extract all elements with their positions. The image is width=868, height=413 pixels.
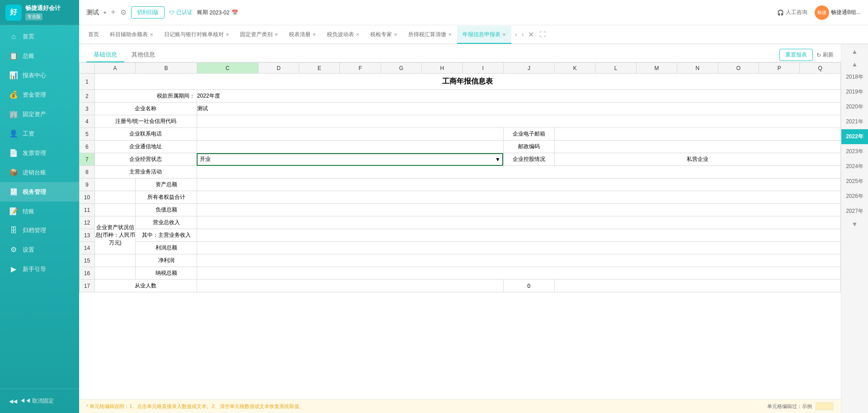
cell-2-value[interactable]: 2022年度 xyxy=(197,90,840,103)
sidebar-item-fund[interactable]: 💰 资金管理 xyxy=(0,85,79,104)
cell-5-phone-value[interactable] xyxy=(197,128,503,141)
tab-basic-info[interactable]: 基础信息 xyxy=(86,48,124,62)
cell-8-value[interactable] xyxy=(197,166,840,178)
tab-journal[interactable]: 日记账与银行对账单核对✕ xyxy=(159,26,235,44)
cell-9-value[interactable] xyxy=(197,178,840,191)
year-item-2018年[interactable]: 2018年 xyxy=(841,70,868,84)
calendar-icon[interactable]: 📅 xyxy=(231,9,238,16)
unpin-button[interactable]: ◀◀ ◀◀ 取消固定 xyxy=(0,394,79,408)
year-item-2020年[interactable]: 2020年 xyxy=(841,99,868,114)
tab-other-info[interactable]: 其他信息 xyxy=(124,48,162,62)
topbar-dropdown-arrow[interactable]: ▾ xyxy=(104,9,106,16)
cell-12-value[interactable] xyxy=(197,216,840,229)
cell-5-email-value[interactable] xyxy=(554,128,840,141)
cell-3-value[interactable]: 测试 xyxy=(197,103,840,115)
tab-fixed_asset_type[interactable]: 固定资产类别✕ xyxy=(235,26,283,44)
spreadsheet[interactable]: A B C D E F G H I J K L M xyxy=(79,62,841,399)
tab-close-icon[interactable]: ✕ xyxy=(356,32,359,37)
sidebar-item-fixed_asset[interactable]: 🏢 固定资产 xyxy=(0,104,79,124)
year-item-2021年[interactable]: 2021年 xyxy=(841,114,868,129)
cell-4-value[interactable] xyxy=(197,115,840,128)
row-header-2: 2 xyxy=(80,90,95,103)
row-header-12: 12 xyxy=(80,216,95,229)
customer-service-button[interactable]: 🎧 人工咨询 xyxy=(777,9,807,16)
sidebar-item-newbie[interactable]: ▶ 新手引导 xyxy=(0,259,79,279)
year-nav: ▲ xyxy=(841,44,868,59)
cell-15-value[interactable] xyxy=(197,254,840,267)
cell-3-label: 企业名称 xyxy=(94,103,197,115)
tab-close-icon[interactable]: ✕ xyxy=(312,32,316,37)
period-display: 账期 2023-02 📅 xyxy=(197,9,238,16)
year-item-2026年[interactable]: 2026年 xyxy=(841,189,868,204)
tab-tax_return[interactable]: 税表清册✕ xyxy=(283,26,321,44)
tab-close-icon[interactable]: ✕ xyxy=(448,32,452,37)
year-item-2022年[interactable]: 2022年 xyxy=(841,129,868,144)
tab-income_tax[interactable]: 所得税汇算清缴✕ xyxy=(403,26,457,44)
tab-prev-icon[interactable]: ‹ xyxy=(513,30,519,39)
tab-tax_wave[interactable]: 税负波动表✕ xyxy=(321,26,365,44)
year-item-2023年[interactable]: 2023年 xyxy=(841,144,868,159)
tab-close-icon[interactable]: ✕ xyxy=(502,32,506,37)
report-icon: 📊 xyxy=(9,71,18,80)
sidebar-item-archive[interactable]: 🗄 归档管理 xyxy=(0,221,79,240)
cell-1-title[interactable]: 工商年报信息表 xyxy=(94,74,840,90)
tab-next-icon[interactable]: › xyxy=(520,30,526,39)
year-down-btn[interactable]: ▼ xyxy=(848,219,862,230)
year-scroll-up[interactable]: ▲ xyxy=(848,46,862,57)
user-profile-button[interactable]: 畅捷 畅捷通B组... xyxy=(815,5,861,20)
cell-7-status-value[interactable]: 开业 ▼ xyxy=(197,153,503,166)
sidebar-item-checkout[interactable]: 📝 结账 xyxy=(0,202,79,221)
tab-close-icon[interactable]: ✕ xyxy=(150,32,153,37)
cell-11-value[interactable] xyxy=(197,204,840,216)
sidebar-item-settings[interactable]: ⚙ 设置 xyxy=(0,240,79,259)
close-all-tabs-button[interactable]: ✕ xyxy=(525,29,537,40)
reset-report-button[interactable]: 重置报表 xyxy=(779,49,813,61)
sidebar-item-payroll[interactable]: 👤 工资 xyxy=(0,124,79,143)
year-up-btn[interactable]: ▲ xyxy=(848,59,862,70)
year-item-2024年[interactable]: 2024年 xyxy=(841,159,868,174)
refresh-button[interactable]: ↻ 刷新 xyxy=(816,51,834,59)
cell-6-postal-value[interactable] xyxy=(554,141,840,153)
tab-annual_report[interactable]: 年报信息申报表✕ xyxy=(457,26,511,44)
cell-17-label: 从业人数 xyxy=(94,280,197,292)
tab-close-icon[interactable]: ✕ xyxy=(394,32,397,37)
inventory-icon: 📦 xyxy=(9,168,18,177)
switch-old-version-button[interactable]: 切到旧版 xyxy=(131,6,165,19)
cell-14-value[interactable] xyxy=(197,242,840,254)
cell-13-value[interactable] xyxy=(197,229,840,242)
row-header-8: 8 xyxy=(80,166,95,178)
cell-17-value3[interactable] xyxy=(554,280,840,292)
sidebar-item-inventory[interactable]: 📦 进销台账 xyxy=(0,163,79,182)
sidebar-item-report[interactable]: 📊 报表中心 xyxy=(0,66,79,85)
topbar-settings-icon[interactable]: ⚙ xyxy=(120,8,127,17)
newbie-icon: ▶ xyxy=(9,265,18,273)
payroll-icon: 👤 xyxy=(9,129,18,138)
year-item-2019年[interactable]: 2019年 xyxy=(841,84,868,99)
topbar-add-button[interactable]: + xyxy=(111,8,116,17)
sidebar-item-tax[interactable]: 🧾 税务管理 xyxy=(0,182,79,202)
year-item-2025年[interactable]: 2025年 xyxy=(841,174,868,189)
tab-auxiliary[interactable]: 科目辅助余额表✕ xyxy=(104,26,159,44)
example-cell xyxy=(816,402,834,410)
tab-home[interactable]: 首页 xyxy=(83,25,104,43)
verified-badge: 🛡 已认证 xyxy=(169,9,193,16)
sidebar-item-home[interactable]: ⌂ 首页 xyxy=(0,27,79,46)
sidebar-item-invoice[interactable]: 📄 发票管理 xyxy=(0,143,79,163)
cell-7-holding-value[interactable]: 私营企业 xyxy=(554,153,840,166)
sidebar-item-ledger[interactable]: 📋 总账 xyxy=(0,46,79,66)
tab-tax_expert[interactable]: 税检专家✕ xyxy=(365,26,403,44)
tab-close-icon[interactable]: ✕ xyxy=(226,32,229,37)
dropdown-arrow-icon[interactable]: ▼ xyxy=(495,156,500,163)
year-item-2027年[interactable]: 2027年 xyxy=(841,204,868,219)
col-header-l: L xyxy=(595,63,636,74)
cell-17-value2[interactable]: 0 xyxy=(503,280,554,292)
cell-10-value[interactable] xyxy=(197,191,840,204)
expand-icon[interactable]: ⛶ xyxy=(537,30,548,39)
cell-16-value[interactable] xyxy=(197,267,840,280)
tab-label: 固定资产类别 xyxy=(240,31,273,38)
cell-6-addr-value[interactable] xyxy=(197,141,503,153)
cell-17-value1[interactable] xyxy=(197,280,503,292)
tab-close-icon[interactable]: ✕ xyxy=(274,32,278,37)
unpin-label: ◀◀ 取消固定 xyxy=(20,397,54,405)
sidebar-nav: ⌂ 首页 📋 总账 📊 报表中心 💰 资金管理 🏢 固定资产 👤 工资 📄 发票… xyxy=(0,25,79,389)
